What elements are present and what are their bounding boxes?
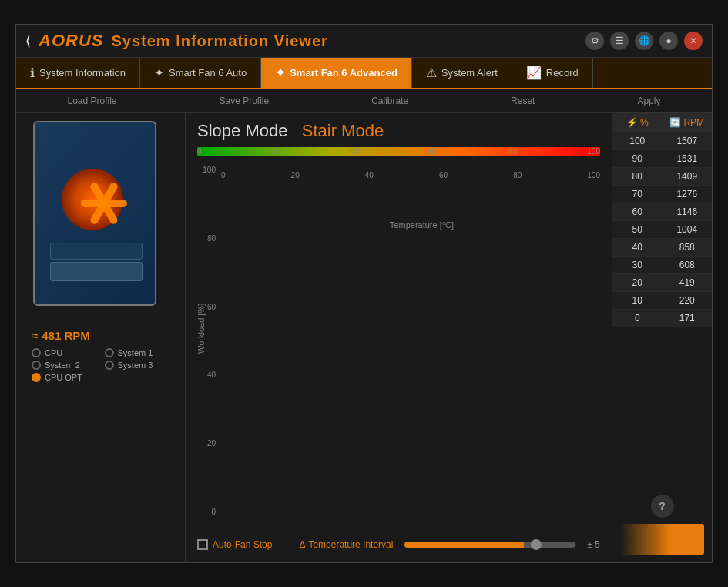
rpm-value: 481 RPM bbox=[42, 329, 90, 342]
toolbar: Load Profile Save Profile Calibrate Rese… bbox=[16, 89, 712, 113]
auto-fan-stop[interactable]: Auto-Fan Stop bbox=[197, 539, 272, 550]
fan-option-system2-label: System 2 bbox=[45, 361, 80, 370]
temp-20: 20 bbox=[272, 147, 280, 156]
temp-60: 60 bbox=[430, 147, 438, 156]
radio-cpu[interactable] bbox=[32, 348, 41, 357]
y-tick-100: 100 bbox=[197, 166, 216, 174]
auto-fan-stop-checkbox[interactable] bbox=[197, 539, 208, 550]
tab-smart-fan-auto-label: Smart Fan 6 Auto bbox=[169, 67, 247, 79]
x-tick-40: 40 bbox=[365, 171, 374, 179]
td-pct: 0 bbox=[612, 310, 663, 327]
y-tick-20: 20 bbox=[197, 439, 216, 448]
td-rpm: 1531 bbox=[663, 150, 713, 167]
stair-mode-label[interactable]: Stair Mode bbox=[302, 121, 384, 140]
radio-system1[interactable] bbox=[105, 348, 114, 357]
system-info-icon: ℹ bbox=[30, 65, 35, 80]
td-pct: 30 bbox=[612, 257, 663, 273]
pc-drive2 bbox=[50, 243, 143, 260]
aorus-logo-wing: ⟨ bbox=[25, 32, 31, 49]
globe-icon[interactable]: 🌐 bbox=[635, 32, 653, 50]
menu-icon[interactable]: ☰ bbox=[610, 32, 629, 50]
system-alert-icon: ⚠ bbox=[426, 65, 437, 80]
right-panel: ⚡ % 🔄 RPM 100150790153180140970127660114… bbox=[612, 113, 712, 562]
x-tick-80: 80 bbox=[513, 171, 522, 179]
pc-illustration bbox=[33, 121, 168, 321]
table-row: 601146 bbox=[612, 203, 712, 221]
td-pct: 90 bbox=[612, 150, 663, 167]
td-rpm: 858 bbox=[663, 239, 713, 256]
td-rpm: 1146 bbox=[663, 203, 713, 220]
fan-option-cpu[interactable]: CPU bbox=[32, 348, 97, 357]
slope-mode-label[interactable]: Slope Mode bbox=[197, 121, 287, 140]
fan-option-system2[interactable]: System 2 bbox=[32, 361, 97, 370]
td-rpm: 171 bbox=[663, 310, 713, 327]
fan-option-cpuopt[interactable]: CPU OPT bbox=[32, 373, 97, 382]
td-rpm: 1276 bbox=[663, 186, 713, 203]
temp-100: 100 bbox=[587, 147, 600, 156]
radio-cpuopt[interactable] bbox=[32, 373, 41, 382]
temp-gradient-bar: 0 20 40 60 80 100 bbox=[197, 147, 600, 156]
fan-rpm-icon: 🔄 bbox=[669, 117, 681, 128]
left-panel: ≈ 481 RPM CPU System 1 System 2 bbox=[16, 113, 186, 562]
fan-option-system3[interactable]: System 3 bbox=[105, 361, 170, 370]
temp-0: 0 bbox=[197, 147, 202, 156]
load-profile-button[interactable]: Load Profile bbox=[59, 94, 124, 108]
delta-value: ± 5 bbox=[587, 539, 600, 550]
fan-pct-icon: ⚡ bbox=[626, 117, 638, 128]
tab-smart-fan-auto[interactable]: ✦ Smart Fan 6 Auto bbox=[140, 58, 261, 88]
tab-smart-fan-advanced[interactable]: ✦ Smart Fan 6 Advanced bbox=[261, 58, 412, 88]
td-rpm: 419 bbox=[663, 274, 713, 291]
td-pct: 20 bbox=[612, 274, 663, 291]
close-icon[interactable]: ✕ bbox=[684, 32, 703, 50]
radio-system2[interactable] bbox=[32, 361, 41, 370]
auto-fan-stop-label: Auto-Fan Stop bbox=[213, 539, 272, 550]
y-tick-60: 60 bbox=[197, 303, 216, 311]
rpm-wave-icon: ≈ bbox=[32, 329, 38, 342]
main-content: ≈ 481 RPM CPU System 1 System 2 bbox=[16, 113, 712, 562]
pc-hdd bbox=[50, 262, 143, 281]
calibrate-button[interactable]: Calibrate bbox=[364, 94, 416, 108]
table-row: 0171 bbox=[612, 310, 712, 327]
fan-option-system1[interactable]: System 1 bbox=[105, 348, 170, 357]
td-pct: 50 bbox=[612, 221, 663, 238]
tab-system-info[interactable]: ℹ System Information bbox=[16, 58, 140, 88]
table-row: 901531 bbox=[612, 150, 712, 168]
graph-container[interactable]: 35°C, 18% 0 20 40 60 80 100 bbox=[220, 166, 600, 166]
user-icon[interactable]: ● bbox=[659, 32, 678, 50]
tab-record-label: Record bbox=[546, 67, 579, 79]
tab-record[interactable]: 📈 Record bbox=[512, 58, 593, 88]
reset-button[interactable]: Reset bbox=[503, 94, 542, 108]
td-pct: 60 bbox=[612, 203, 663, 220]
radio-system3[interactable] bbox=[105, 361, 114, 370]
temp-40: 40 bbox=[351, 147, 359, 156]
tab-system-alert-label: System Alert bbox=[441, 67, 498, 79]
temp-80: 80 bbox=[508, 147, 517, 156]
app-header: ⟨ AORUS System Information Viewer ⚙ ☰ 🌐 … bbox=[16, 25, 712, 58]
save-profile-button[interactable]: Save Profile bbox=[211, 94, 277, 108]
col-pct-label: % bbox=[640, 117, 649, 128]
y-tick-80: 80 bbox=[197, 234, 216, 243]
record-icon: 📈 bbox=[526, 65, 542, 80]
td-pct: 40 bbox=[612, 239, 663, 256]
settings-icon[interactable]: ⚙ bbox=[585, 32, 604, 50]
app-title: System Information Viewer bbox=[111, 32, 327, 50]
td-pct: 80 bbox=[612, 168, 663, 185]
temp-interval-slider[interactable] bbox=[404, 542, 575, 548]
td-rpm: 220 bbox=[663, 292, 713, 309]
logo-area: ⟨ AORUS System Information Viewer bbox=[25, 31, 328, 51]
fan-option-system3-label: System 3 bbox=[118, 361, 153, 370]
td-rpm: 1004 bbox=[663, 221, 713, 238]
help-button[interactable]: ? bbox=[651, 495, 674, 518]
mode-title: Slope Mode Stair Mode bbox=[197, 121, 600, 141]
table-row: 701276 bbox=[612, 186, 712, 203]
table-row: 20419 bbox=[612, 274, 712, 292]
tab-system-alert[interactable]: ⚠ System Alert bbox=[412, 58, 512, 88]
apply-button[interactable]: Apply bbox=[629, 94, 668, 108]
rpm-display: ≈ 481 RPM bbox=[32, 329, 90, 342]
col-pct-header: ⚡ % bbox=[612, 113, 663, 132]
col-rpm-label: RPM bbox=[683, 117, 704, 128]
slider-thumb[interactable] bbox=[531, 539, 542, 550]
tab-smart-fan-advanced-label: Smart Fan 6 Advanced bbox=[290, 67, 398, 79]
fan-speed-indicator bbox=[620, 524, 704, 555]
smart-fan-advanced-icon: ✦ bbox=[275, 65, 285, 80]
